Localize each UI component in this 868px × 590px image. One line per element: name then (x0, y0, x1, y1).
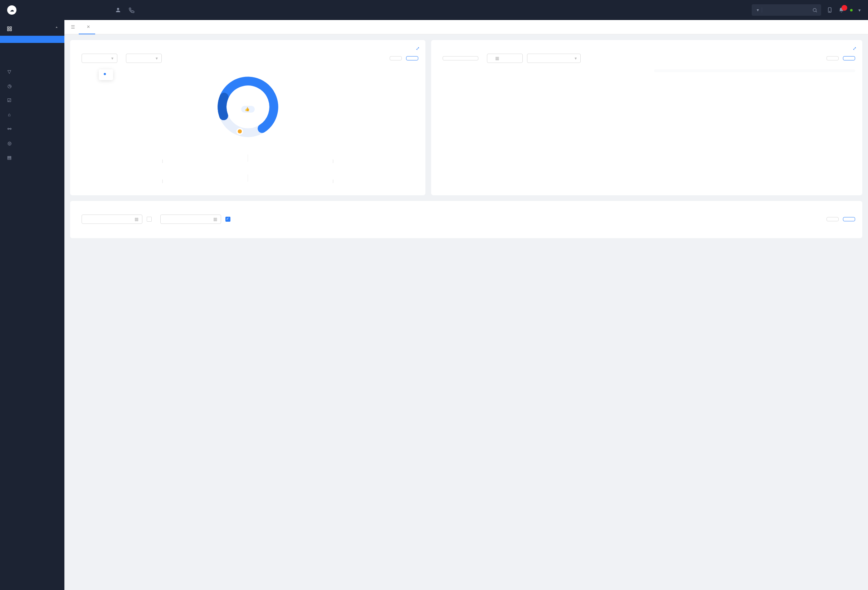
channel-icon: ⚯ (6, 126, 12, 132)
svg-point-11 (237, 129, 242, 134)
tabs-bar: ☰ ✕ (64, 20, 868, 34)
search-box: ▾ (752, 4, 821, 16)
target-select[interactable]: ▾ (81, 54, 117, 63)
sidebar-item-channel[interactable]: ⚯ (0, 122, 64, 136)
stat-overflow: | (248, 168, 419, 188)
rank-top3 (438, 69, 650, 72)
card-overview: ▦ ▦ (70, 201, 862, 238)
calendar-icon: ▦ (213, 217, 217, 222)
search-input[interactable] (762, 7, 812, 13)
svg-rect-5 (10, 26, 11, 28)
sidebar-sub-sales[interactable] (0, 50, 64, 57)
chevron-down-icon: ▾ (858, 7, 861, 13)
stat-expected: | (77, 168, 248, 188)
sidebar-sub-company[interactable] (0, 36, 64, 43)
phone-icon[interactable] (128, 7, 134, 13)
sidebar: ˄ ▽ ◷ ☑ ⌂ ⚯ ◎ ▤ (0, 20, 64, 590)
target-stats: | | | (77, 148, 418, 188)
sidebar-item-funnel[interactable]: ▽ (0, 64, 64, 79)
chart-icon: ☑ (6, 97, 12, 103)
chart-tooltip (99, 69, 113, 80)
user-menu[interactable]: ▾ (850, 7, 861, 13)
sidebar-item-flow[interactable]: ▤ (0, 150, 64, 165)
chevron-up-icon: ˄ (55, 26, 58, 31)
donut-chart: 👍 (77, 69, 418, 148)
top-nav (40, 9, 104, 12)
content-area: ☰ ✕ ⤢ ▾ ▾ (64, 20, 868, 590)
expand-icon[interactable]: ⤢ (416, 46, 420, 51)
sidebar-item-promo[interactable]: ☑ (0, 93, 64, 107)
thumbs-up-icon: 👍 (245, 107, 250, 112)
svg-point-0 (117, 8, 119, 10)
chevron-down-icon: ▾ (111, 56, 114, 61)
card-target: ⤢ ▾ ▾ (70, 40, 425, 195)
date-from-input[interactable] (443, 56, 478, 60)
sidebar-group-dashboard[interactable]: ˄ (0, 21, 64, 36)
compare-checkbox[interactable] (147, 217, 152, 222)
date1-input[interactable]: ▦ (81, 215, 142, 224)
achieved-badge: 👍 (241, 106, 255, 113)
chevron-down-icon: ▾ (574, 56, 577, 61)
sidebar-item-sales[interactable]: ◎ (0, 136, 64, 150)
mobile-icon[interactable] (827, 6, 833, 13)
query-button[interactable] (843, 217, 855, 221)
calendar-icon: ▦ (134, 217, 139, 222)
bell-icon[interactable] (838, 7, 844, 13)
sidebar-item-visitor[interactable]: ⌂ (0, 107, 64, 122)
flow-icon: ▤ (6, 154, 12, 160)
date-to-input[interactable]: ▦ (487, 54, 523, 63)
stat-incomplete: | (248, 148, 419, 168)
collapse-icon[interactable]: ☰ (67, 24, 79, 30)
status-dot-icon (850, 9, 853, 12)
dot-icon (104, 73, 106, 75)
svg-point-1 (813, 8, 816, 12)
svg-rect-7 (10, 29, 11, 30)
cash-checkbox[interactable] (226, 217, 230, 222)
dashboard-icon (6, 26, 12, 31)
funnel-icon: ▽ (6, 69, 12, 74)
visitor-icon: ⌂ (6, 112, 12, 117)
sidebar-item-cost[interactable]: ◷ (0, 79, 64, 93)
logo: ☁ (7, 5, 25, 15)
clock-icon: ◷ (6, 83, 12, 89)
notification-badge (841, 5, 847, 11)
user-icon[interactable] (115, 7, 121, 13)
date2-input[interactable]: ▦ (160, 215, 221, 224)
reset-button[interactable] (827, 56, 838, 60)
tab-company-board[interactable]: ✕ (79, 20, 95, 34)
rank-rest (654, 69, 855, 72)
query-button[interactable] (406, 56, 418, 60)
card-rank: ⤢ ▦ ▾ (431, 40, 862, 195)
search-type-select[interactable]: ▾ (755, 7, 762, 13)
top-header: ☁ ▾ (0, 0, 868, 20)
sidebar-sub-manager[interactable] (0, 57, 64, 64)
chevron-down-icon: ▾ (757, 7, 759, 13)
reset-button[interactable] (827, 217, 838, 221)
calendar-icon: ▦ (495, 56, 499, 61)
svg-rect-4 (7, 26, 9, 28)
target-icon: ◎ (6, 140, 12, 146)
chevron-down-icon: ▾ (156, 56, 158, 61)
query-button[interactable] (843, 56, 855, 60)
reset-button[interactable] (390, 56, 402, 60)
groupby-select[interactable]: ▾ (527, 54, 581, 63)
search-icon[interactable] (812, 7, 818, 13)
svg-rect-6 (7, 29, 9, 30)
cloud-icon: ☁ (7, 5, 16, 15)
sidebar-sub-promo[interactable] (0, 43, 64, 50)
close-icon[interactable]: ✕ (87, 24, 90, 29)
stat-completed: | (77, 148, 248, 168)
expand-icon[interactable]: ⤢ (853, 46, 856, 51)
period-select[interactable]: ▾ (126, 54, 162, 63)
